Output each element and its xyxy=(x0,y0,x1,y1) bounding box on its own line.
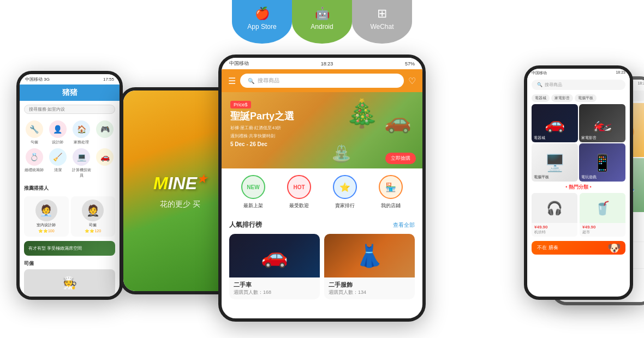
cat-hot-icon: HOT xyxy=(293,184,305,190)
right-cat-2[interactable]: 家電影音 xyxy=(551,94,573,102)
icon-3: 🏠 xyxy=(77,125,86,134)
car-overlay: 二手車 週購買人數：168 xyxy=(229,277,320,299)
right-product-a[interactable]: 🎧 ¥49.90 机坊特 xyxy=(532,193,577,237)
right-product-b[interactable]: 🥤 ¥49.90 超市 xyxy=(580,193,625,237)
left-time: 17:55 xyxy=(103,77,114,82)
icon-5: 💍 xyxy=(29,153,39,161)
product-img-3[interactable]: 🖥️ 電腦平板 xyxy=(532,143,578,182)
icon-item-4[interactable]: 🎮 xyxy=(95,120,115,145)
center-phone: 中国移动 18:23 57% ☰ 🔍 搜尋商品 ♡ Price$ 聖誕Party… xyxy=(218,55,426,322)
icon-item-1[interactable]: 🔧 句僱 xyxy=(24,120,44,145)
left-status-bar: 中国移动 3G 17:55 xyxy=(20,74,120,84)
product-b-img: 🥤 xyxy=(580,193,625,223)
right-cat-3[interactable]: 電腦平板 xyxy=(575,94,597,102)
cat-shop[interactable]: 🏪 我的店鋪 xyxy=(379,175,403,209)
icon-2: 👤 xyxy=(53,125,62,134)
center-status-bar: 中国移动 18:23 57% xyxy=(222,58,422,69)
hero-price-tag: Price$ xyxy=(230,101,251,108)
ranking-section: 人氣排行榜 查看全部 🚗 二手車 週購買人數：168 👗 二手服飾 週購買人數：… xyxy=(222,216,422,303)
right-search-area: 🔍 搜尋商品 xyxy=(527,77,630,92)
android-badge[interactable]: 🤖 Android xyxy=(292,0,352,44)
hero-dates: 5 Dec - 26 Dec xyxy=(230,141,294,147)
cat-shop-icon: 🏪 xyxy=(385,182,396,192)
icon-item-7[interactable]: 💻 計算機技術員 xyxy=(71,148,92,178)
icon-6: 🧹 xyxy=(53,153,62,161)
wechat-label: WeChat xyxy=(370,23,393,31)
center-search-input[interactable]: 🔍 搜尋商品 xyxy=(240,74,404,88)
icon-1: 🔧 xyxy=(29,125,39,134)
right-carrier: 中国移动 xyxy=(532,70,547,76)
product-label-1: 電器城 xyxy=(534,135,545,141)
product-a-price: ¥49.90 xyxy=(534,225,575,230)
hero-main-title: 聖誕Party之選 xyxy=(230,111,294,123)
center-battery: 57% xyxy=(405,61,415,67)
hamburger-icon[interactable]: ☰ xyxy=(228,76,236,86)
promo-text: 有才有型 享受極緻滿席空間 xyxy=(28,246,82,251)
mine-logo: MINE★ xyxy=(153,172,207,194)
center-time: 18:23 xyxy=(321,61,333,67)
fashion-image: 👗 xyxy=(324,234,415,277)
icon-item-6[interactable]: 🧹 清潔 xyxy=(47,148,68,178)
product-b-label: 超市 xyxy=(582,230,623,235)
icon-item-2[interactable]: 👤 设計師 xyxy=(47,120,68,145)
left-phone: 中国移动 3G 17:55 猪猪 🔧 句僱 👤 设計師 🏠 家務处理 🎮 xyxy=(16,71,123,300)
fashion-title: 二手服飾 xyxy=(329,281,410,289)
hero-tree-icon: 🎄 xyxy=(345,98,379,129)
ranking-cards: 🚗 二手車 週購買人數：168 👗 二手服飾 週購買人數：134 xyxy=(229,234,415,299)
ranking-more[interactable]: 查看全部 xyxy=(393,221,415,229)
hero-cta-button[interactable]: 立即搶購 xyxy=(385,153,416,164)
search-icon: 🔍 xyxy=(248,78,254,84)
heart-icon[interactable]: ♡ xyxy=(408,76,416,86)
right-search-inner[interactable]: 🔍 搜尋商品 xyxy=(532,80,625,90)
cat-new[interactable]: NEW 最新上架 xyxy=(241,175,265,209)
android-icon: 🤖 xyxy=(315,8,330,20)
hero-note: 週到禮株·共享快樂時刻 xyxy=(230,133,294,139)
product-b-info: ¥49.90 超市 xyxy=(580,223,625,237)
right-promo-text: 不在 膳奏 xyxy=(537,245,558,250)
icon-4: 🎮 xyxy=(100,125,110,134)
left-footer-title: 司僱 xyxy=(20,258,120,269)
icon-8: 🚗 xyxy=(100,153,110,161)
product-img-1[interactable]: 🚗 電器城 xyxy=(532,104,578,142)
user-cards: 🧑‍💼 室内设計師 ⭐⭐100 🤵 司僱 ⭐⭐120 xyxy=(20,194,120,239)
hero-subinfo: 衫褲·屋工藝·紅酒低至43折 xyxy=(230,125,294,131)
icon-label-2: 设計師 xyxy=(52,140,63,145)
ranking-card-fashion[interactable]: 👗 二手服飾 週購買人數：134 xyxy=(324,234,415,299)
icon-item-5[interactable]: 💍 婚禮統籌師 xyxy=(24,148,44,178)
user-rating-2: ⭐⭐120 xyxy=(85,229,101,233)
icon-item-3[interactable]: 🏠 家務处理 xyxy=(71,120,92,145)
hero-banner: Price$ 聖誕Party之選 衫褲·屋工藝·紅酒低至43折 週到禮株·共享快… xyxy=(222,92,422,168)
product-a-label: 机坊特 xyxy=(534,230,575,235)
right-cat-1[interactable]: 電器城 xyxy=(532,94,550,102)
appstore-badge[interactable]: 🍎 App Store xyxy=(232,0,292,44)
cat-shop-label: 我的店鋪 xyxy=(381,202,401,209)
product-img-4[interactable]: 📱 電玩遊戲 xyxy=(579,143,625,182)
cat-hot[interactable]: HOT 最受歡迎 xyxy=(287,175,311,209)
wechat-badge[interactable]: ⊞ WeChat xyxy=(352,0,412,44)
cat-rank-label: 賣家排行 xyxy=(335,202,355,209)
left-bottom-card: 🧑‍🍳 xyxy=(24,269,115,297)
hero-car-icon: 🚗 xyxy=(384,108,412,134)
product-a-img: 🎧 xyxy=(532,193,577,223)
user-name-2: 司僱 xyxy=(89,222,97,228)
left-search-area xyxy=(20,101,120,116)
user-card-2[interactable]: 🤵 司僱 ⭐⭐120 xyxy=(71,196,116,237)
cat-hot-label: 最受歡迎 xyxy=(289,202,309,209)
user-rating-1: ⭐⭐100 xyxy=(38,229,55,233)
user-card-1[interactable]: 🧑‍💼 室内设計師 ⭐⭐100 xyxy=(24,196,69,237)
appstore-label: App Store xyxy=(247,23,276,31)
right-search-icon: 🔍 xyxy=(537,82,542,87)
ranking-card-car[interactable]: 🚗 二手車 週購買人數：168 xyxy=(229,234,320,299)
left-icon-grid: 🔧 句僱 👤 设計師 🏠 家務处理 🎮 💍 婚禮統籌師 🧹 清潔 xyxy=(20,116,120,183)
right-category-tabs: 電器城 家電影音 電腦平板 xyxy=(527,92,630,104)
fashion-sub: 週購買人數：134 xyxy=(329,289,410,296)
cat-rank[interactable]: ⭐ 賣家排行 xyxy=(333,175,357,209)
right-promo-mascot: 🐶 xyxy=(607,242,621,255)
product-b-price: ¥49.90 xyxy=(582,225,623,230)
left-search-input[interactable] xyxy=(24,105,115,114)
center-search-bar: ☰ 🔍 搜尋商品 ♡ xyxy=(222,69,422,92)
icon-item-8[interactable]: 🚗 xyxy=(95,148,115,178)
center-carrier: 中国移动 xyxy=(229,60,249,67)
product-img-2[interactable]: 🏍️ 家電影音 xyxy=(579,104,625,142)
left-header: 猪猪 xyxy=(20,84,120,101)
